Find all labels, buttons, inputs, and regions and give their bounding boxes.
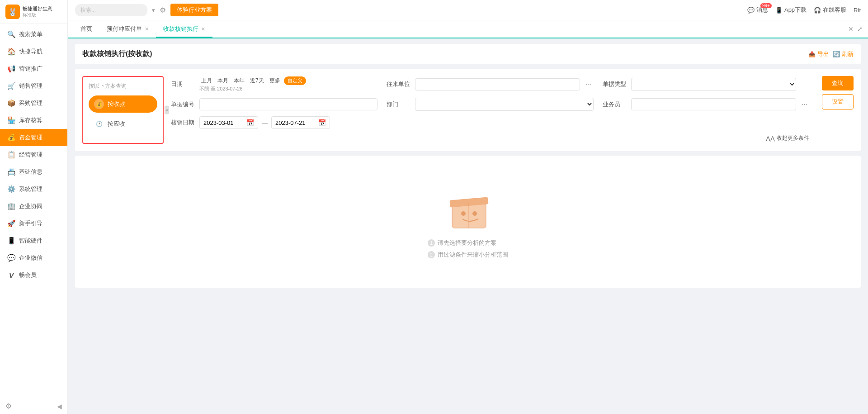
sidebar-item-label: 畅会员 (19, 271, 37, 279)
sidebar-item-sales[interactable]: 🛒 销售管理 (0, 77, 67, 95)
sidebar-item-label: 企业微信 (19, 254, 42, 262)
sidebar-item-purchase[interactable]: 📦 采购管理 (0, 95, 67, 112)
box-icon: 📦 (7, 99, 15, 107)
svg-point-2 (461, 211, 466, 216)
staff-label: 业务员 (603, 100, 627, 109)
counterparty-more-icon[interactable]: ··· (584, 79, 593, 89)
tab-close-all-icon[interactable]: ✕ (848, 25, 854, 33)
store-icon: 🏪 (7, 116, 15, 124)
sidebar-bottom: ⚙ ◀ (0, 398, 67, 414)
verify-date-row: 核销日期 2023-03-01 📅 — 2023-07-21 📅 (171, 116, 809, 129)
phone-icon: 📱 (7, 237, 15, 245)
online-service-btn[interactable]: 🎧 在线客服 (814, 6, 846, 14)
doctype-label: 单据类型 (603, 80, 627, 88)
query-btn[interactable]: 查询 (822, 76, 854, 90)
verify-date-end-input[interactable]: 2023-07-21 📅 (271, 116, 330, 129)
sidebar-item-system[interactable]: ⚙️ 系统管理 (0, 181, 67, 198)
calendar-end-icon: 📅 (318, 119, 326, 126)
doctype-more-icon: ··· (800, 79, 809, 89)
industry-btn[interactable]: 体验行业方案 (170, 4, 218, 16)
empty-illustration (445, 183, 491, 228)
sidebar-item-wechat[interactable]: 💬 企业微信 (0, 249, 67, 266)
tab-collection[interactable]: 收款核销执行 ✕ (156, 21, 212, 38)
date-btn-this-year[interactable]: 本年 (232, 76, 246, 86)
empty-svg (445, 183, 495, 233)
sidebar-item-label: 库存核算 (19, 116, 42, 124)
header-gear-icon[interactable]: ⚙ (160, 6, 166, 14)
sidebar-item-marketing[interactable]: 📢 营销推广 (0, 60, 67, 77)
settings-icon: ⚙️ (7, 185, 15, 193)
sidebar-item-quick[interactable]: 🏠 快捷导航 (0, 43, 67, 60)
header-right: 💬 消息 99+ 📱 App下载 🎧 在线客服 Rit (747, 6, 861, 14)
chevron-down-icon[interactable]: ▾ (152, 7, 155, 14)
dept-select[interactable] (415, 98, 593, 111)
header-search-placeholder: 搜索... (75, 4, 147, 16)
doctype-select[interactable] (631, 78, 796, 91)
sidebar-item-label: 基础信息 (19, 168, 42, 176)
app-icon: 📱 (775, 7, 783, 14)
docno-input[interactable] (199, 98, 377, 110)
hint-num-2: 2 (428, 251, 435, 258)
date-btn-last-month[interactable]: 上月 (199, 76, 214, 86)
sidebar-item-member[interactable]: V 畅会员 (0, 266, 67, 284)
filter-row-1: 日期 上月 本月 本年 近7天 更多 自定义 不限 至 2023-07-26 (171, 76, 809, 92)
date-label: 日期 (171, 80, 196, 88)
empty-hint-item-1: 1 请先选择要分析的方案 (428, 237, 508, 249)
collapse-icon: ⋀⋀ (766, 135, 775, 142)
filter-option-receipt-label: 按收款 (108, 100, 125, 108)
sidebar-item-label: 资金管理 (19, 133, 42, 142)
collapse-more-btn[interactable]: ⋀⋀ 收起更多条件 (766, 134, 809, 142)
sidebar-item-hardware[interactable]: 📱 智能硬件 (0, 232, 67, 249)
date-custom-btn[interactable]: 自定义 (284, 76, 306, 85)
app-download-btn[interactable]: 📱 App下载 (775, 6, 807, 14)
tab-collection-close[interactable]: ✕ (201, 26, 205, 32)
sidebar-item-finance[interactable]: 💰 资金管理 (0, 129, 67, 146)
bottom-gear-icon[interactable]: ⚙ (5, 402, 12, 410)
hint-num-1: 1 (428, 239, 435, 247)
date-range-separator: — (262, 119, 268, 126)
sidebar-item-operations[interactable]: 📋 经营管理 (0, 146, 67, 163)
refresh-icon: 🔄 (833, 51, 840, 57)
page-content: 收款核销执行(按收款) 📤 导出 🔄 刷新 按以下方案查询 💰 按 (68, 38, 868, 414)
export-icon: 📤 (808, 51, 816, 57)
filter-option-receivable-label: 按应收 (108, 120, 125, 128)
setting-btn[interactable]: 设置 (822, 94, 854, 109)
sidebar-item-guide[interactable]: 🚀 新手引导 (0, 215, 67, 232)
building-icon: 🏢 (7, 202, 15, 210)
date-btn-7days[interactable]: 近7天 (248, 76, 266, 86)
staff-more-icon[interactable]: ··· (800, 100, 809, 109)
sidebar-collapse-btn[interactable]: ◀ (57, 403, 62, 410)
date-btn-this-month[interactable]: 本月 (216, 76, 230, 86)
verify-date-start-input[interactable]: 2023-03-01 📅 (199, 116, 258, 129)
refresh-btn[interactable]: 🔄 刷新 (833, 50, 854, 58)
page-title-bar: 收款核销执行(按收款) 📤 导出 🔄 刷新 (75, 44, 861, 64)
sidebar-item-basic[interactable]: 📇 基础信息 (0, 163, 67, 181)
rocket-icon: 🚀 (7, 219, 15, 228)
counterparty-input[interactable] (415, 78, 580, 90)
megaphone-icon: 📢 (7, 65, 15, 73)
doctype-filter: 单据类型 ··· (603, 76, 809, 92)
sidebar-item-label: 采购管理 (19, 99, 42, 107)
tab-home[interactable]: 首页 (73, 21, 99, 38)
sidebar-item-search[interactable]: 🔍 搜索菜单 (0, 26, 67, 43)
date-nolimit: 不限 至 2023-07-26 (199, 86, 306, 92)
tab-expand-icon[interactable]: ⤢ (857, 25, 863, 33)
tab-collection-label: 收款核销执行 (163, 25, 198, 33)
sidebar-item-label: 搜索菜单 (19, 30, 42, 38)
export-btn[interactable]: 📤 导出 (808, 50, 829, 58)
filter-option-receipt[interactable]: 💰 按收款 (89, 95, 157, 113)
tab-prepay-close[interactable]: ✕ (145, 26, 149, 32)
vip-icon: V (7, 271, 15, 279)
user-menu-btn[interactable]: Rit (854, 7, 861, 14)
filter-sidebar-collapse-btn[interactable]: » (165, 106, 169, 114)
sidebar-item-label: 企业协同 (19, 202, 42, 210)
date-btn-more[interactable]: 更多 (268, 76, 282, 86)
filter-option-receivable[interactable]: 🕐 按应收 (89, 115, 157, 133)
sidebar-item-inventory[interactable]: 🏪 库存核算 (0, 112, 67, 129)
tab-home-label: 首页 (80, 25, 92, 33)
message-btn[interactable]: 💬 消息 99+ (747, 6, 768, 14)
sidebar-item-enterprise[interactable]: 🏢 企业协同 (0, 198, 67, 215)
tab-prepay[interactable]: 预付冲应付单 ✕ (99, 21, 156, 38)
staff-input[interactable] (631, 98, 796, 110)
sidebar-item-label: 经营管理 (19, 151, 42, 159)
